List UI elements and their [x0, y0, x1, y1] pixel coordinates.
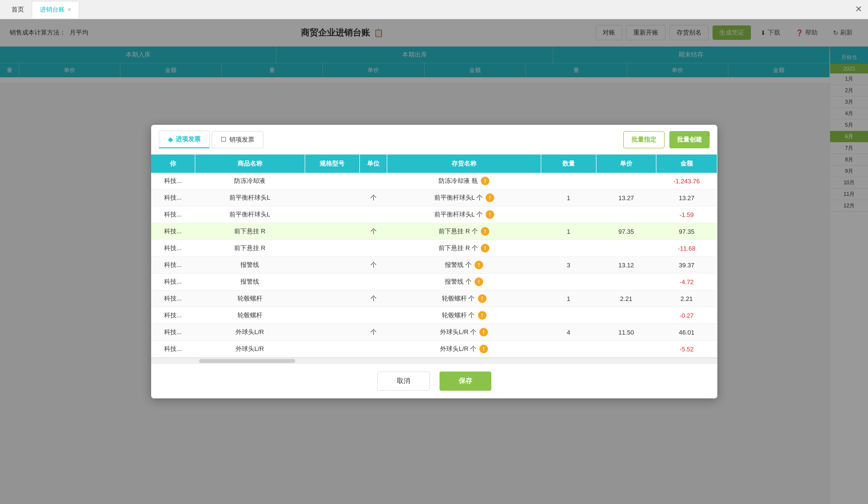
- cell-price: 2.21: [596, 290, 656, 307]
- cell-quantity: 4: [541, 324, 596, 341]
- table-row: 科技...前平衡杆球头L个前平衡杆球头L 个!113.2713.27: [151, 190, 717, 206]
- table-row: 科技...前下悬挂 R前下悬挂 R 个!-11.68: [151, 240, 717, 257]
- cell-supplier: 科技...: [151, 324, 195, 341]
- cell-unit: [360, 274, 387, 290]
- cell-inventory: 报警线 个!: [387, 274, 541, 290]
- cell-supplier: 科技...: [151, 274, 195, 290]
- cell-spec: [305, 206, 360, 223]
- table-row: 科技...轮毂螺杆个轮毂螺杆 个!12.212.21: [151, 290, 717, 307]
- cell-quantity: 1: [541, 190, 596, 206]
- cell-unit: 个: [360, 257, 387, 274]
- cell-quantity: 1: [541, 223, 596, 240]
- cell-spec: [305, 307, 360, 324]
- warning-icon[interactable]: !: [475, 277, 483, 286]
- cell-spec: [305, 290, 360, 307]
- cell-supplier: 科技...: [151, 223, 195, 240]
- warning-icon[interactable]: !: [478, 294, 487, 303]
- cell-quantity: [541, 206, 596, 223]
- cell-quantity: [541, 173, 596, 190]
- cell-amount: 46.01: [656, 324, 717, 341]
- warning-icon[interactable]: !: [481, 227, 489, 236]
- th-unit: 单位: [360, 155, 387, 173]
- cell-unit: 个: [360, 223, 387, 240]
- cell-unit: [360, 307, 387, 324]
- cell-unit: [360, 240, 387, 257]
- warning-icon[interactable]: !: [481, 244, 489, 252]
- cell-supplier: 科技...: [151, 307, 195, 324]
- cell-quantity: [541, 307, 596, 324]
- tab-sales-invoice[interactable]: ☐ 销项发票: [212, 131, 263, 148]
- modal-close-button[interactable]: ×: [705, 130, 711, 140]
- cell-product: 前下悬挂 R: [195, 240, 305, 257]
- modal-table-container: 你 商品名称 规格型号 单位 存货名称 数量 单价 金额 科技...防冻冷却液防…: [151, 155, 717, 358]
- cell-price: [596, 307, 656, 324]
- cell-product: 前平衡杆球头L: [195, 190, 305, 206]
- cell-product: 轮毂螺杆: [195, 290, 305, 307]
- cell-spec: [305, 190, 360, 206]
- tab-purchase-invoice[interactable]: ◈ 进项发票: [159, 131, 210, 148]
- cell-price: 11.50: [596, 324, 656, 341]
- cell-supplier: 科技...: [151, 173, 195, 190]
- purchase-tab-label: 进项发票: [176, 135, 201, 144]
- tab-bar: 首页 进销台账 × ✕: [0, 0, 868, 19]
- th-unit-price: 单价: [596, 155, 656, 173]
- cell-inventory: 前下悬挂 R 个!: [387, 223, 541, 240]
- warning-icon[interactable]: !: [481, 177, 489, 185]
- table-header-row: 你 商品名称 规格型号 单位 存货名称 数量 单价 金额: [151, 155, 717, 173]
- cell-supplier: 科技...: [151, 341, 195, 358]
- cell-unit: 个: [360, 324, 387, 341]
- cell-quantity: 1: [541, 290, 596, 307]
- cell-inventory: 报警线 个!: [387, 257, 541, 274]
- cell-amount: 13.27: [656, 190, 717, 206]
- modal-overlay: ◈ 进项发票 ☐ 销项发票 批量指定 批量创建 × 你: [0, 19, 868, 504]
- cell-quantity: 3: [541, 257, 596, 274]
- cell-amount: 39.37: [656, 257, 717, 274]
- th-spec: 规格型号: [305, 155, 360, 173]
- warning-icon[interactable]: !: [478, 311, 487, 320]
- cell-product: 轮毂螺杆: [195, 307, 305, 324]
- cell-unit: 个: [360, 290, 387, 307]
- cell-amount: -1,243.76: [656, 173, 717, 190]
- cell-product: 报警线: [195, 257, 305, 274]
- window-close-button[interactable]: ✕: [855, 4, 862, 14]
- cancel-button[interactable]: 取消: [377, 372, 430, 391]
- warning-icon[interactable]: !: [486, 210, 494, 219]
- tab-active[interactable]: 进销台账 ×: [32, 1, 79, 18]
- cell-inventory: 轮毂螺杆 个!: [387, 290, 541, 307]
- cell-price: 97.35: [596, 223, 656, 240]
- cell-inventory: 外球头L/R 个!: [387, 341, 541, 358]
- tab-home[interactable]: 首页: [4, 1, 32, 18]
- main-content: 销售成本计算方法： 月平均 商贸企业进销台账 📋 对账 重新开账 存货别名 生成…: [0, 19, 868, 504]
- table-row: 科技...轮毂螺杆轮毂螺杆 个!-0.27: [151, 307, 717, 324]
- th-amount: 金额: [656, 155, 717, 173]
- cell-amount: 2.21: [656, 290, 717, 307]
- cell-supplier: 科技...: [151, 190, 195, 206]
- cell-spec: [305, 173, 360, 190]
- cell-spec: [305, 324, 360, 341]
- table-row: 科技...外球头L/R个外球头L/R 个!411.5046.01: [151, 324, 717, 341]
- batch-assign-button[interactable]: 批量指定: [623, 131, 665, 148]
- cell-unit: [360, 173, 387, 190]
- horizontal-scrollbar[interactable]: [151, 358, 717, 363]
- modal-dialog: ◈ 进项发票 ☐ 销项发票 批量指定 批量创建 × 你: [151, 125, 717, 398]
- cell-product: 报警线: [195, 274, 305, 290]
- cell-supplier: 科技...: [151, 206, 195, 223]
- warning-icon[interactable]: !: [479, 328, 488, 336]
- modal-footer: 取消 保存: [151, 363, 717, 398]
- scroll-thumb: [199, 359, 295, 363]
- warning-icon[interactable]: !: [486, 193, 494, 202]
- warning-icon[interactable]: !: [475, 261, 483, 269]
- save-button[interactable]: 保存: [440, 372, 491, 391]
- cell-product: 前下悬挂 R: [195, 223, 305, 240]
- cell-inventory: 前平衡杆球头L 个!: [387, 190, 541, 206]
- modal-header-right: 批量指定 批量创建: [623, 131, 710, 148]
- warning-icon[interactable]: !: [479, 345, 488, 353]
- cell-amount: -0.27: [656, 307, 717, 324]
- cell-product: 外球头L/R: [195, 341, 305, 358]
- th-supplier: 你: [151, 155, 195, 173]
- th-product-name: 商品名称: [195, 155, 305, 173]
- cell-unit: 个: [360, 190, 387, 206]
- batch-create-button[interactable]: 批量创建: [669, 131, 710, 148]
- cell-inventory: 外球头L/R 个!: [387, 324, 541, 341]
- tab-close-icon[interactable]: ×: [68, 6, 71, 13]
